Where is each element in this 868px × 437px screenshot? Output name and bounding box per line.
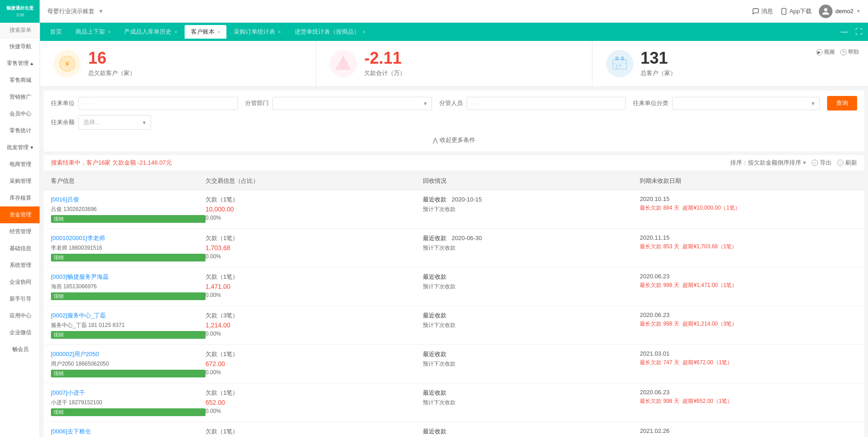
sidebar-item-retail-mall[interactable]: 零售商城 [0, 72, 40, 89]
topbar-title: 母婴行业演示账套 [47, 7, 95, 15]
debt-info-2: 欠款（1笔） 1,471.00 0.00% [206, 273, 423, 298]
sidebar-item-member[interactable]: 会员中心 [0, 105, 40, 122]
sidebar-item-retail-mgmt[interactable]: 零售管理 ▲ [0, 55, 40, 72]
sidebar-item-base-info[interactable]: 基础信息 [0, 240, 40, 257]
tab-product-history-close[interactable]: × [174, 29, 177, 35]
sidebar: 畅捷通好生意 示例 搜索菜单 快捷导航 零售管理 ▲ 零售商城 营销推广 [0, 0, 40, 437]
repay-date-1: 2020-06-30 [452, 235, 482, 241]
debt-amount-2[interactable]: 1,471.00 [206, 283, 423, 290]
due-info-3: 2020.06.23 最长欠款 998 天 超期¥1,214.00（3笔） [640, 311, 857, 328]
tab-customer-account-close[interactable]: × [217, 29, 220, 35]
debt-count-2: 欠款（1笔） [206, 273, 423, 281]
sidebar-item-search-menu[interactable]: 搜索菜单 [0, 23, 40, 38]
tab-purchase-order-label: 采购订单统计表 [234, 28, 275, 36]
tab-purchase-order-close[interactable]: × [278, 29, 281, 35]
filter-dept: 分管部门 ▾ [245, 97, 432, 110]
app-download-btn[interactable]: App下载 [780, 7, 812, 15]
message-btn[interactable]: 消息 [752, 7, 773, 15]
debt-icon-svg: ¥ [59, 55, 75, 72]
customer-name-2[interactable]: [0003]畅捷服务尹海蕊 [51, 273, 206, 281]
app-center-label: 应用中心 [4, 312, 37, 320]
amount-icon-svg [335, 55, 351, 72]
query-button[interactable]: 查询 [827, 96, 857, 111]
export-btn[interactable]: ○ 导出 [812, 159, 832, 167]
help-btn[interactable]: ? 帮助 [840, 48, 859, 56]
filter-area: 往来单位 ··· 分管部门 ▾ 分管人员 [44, 90, 864, 151]
overdue-amount-5[interactable]: 超期¥652.00（1笔） [682, 398, 733, 404]
col-debt-info: 欠交易信息（占比） [206, 177, 423, 185]
main-area: 母婴行业演示账套 ▼ 消息 App下载 [40, 0, 868, 437]
overdue-amount-2[interactable]: 超期¥1,471.00（1笔） [682, 282, 737, 288]
tabs-minimize-btn[interactable]: — [839, 26, 850, 38]
customer-name-5[interactable]: [0007]小迸干 [51, 389, 206, 397]
video-btn[interactable]: ▶ 视频 [816, 48, 835, 56]
customer-name-6[interactable]: [0006]去下粮仓 [51, 427, 206, 436]
collapse-btn[interactable]: ⋀ 收起更多条件 [51, 134, 857, 146]
sort-arrow[interactable]: ▾ [803, 159, 806, 166]
stats-row: ¥ 16 总欠款客户（家） [40, 41, 868, 87]
debt-amount-0[interactable]: 10,000.00 [206, 206, 423, 213]
dept-arrow: ▾ [424, 100, 427, 107]
tabs-maximize-btn[interactable]: ⛶ [853, 26, 864, 38]
sidebar-item-app-center[interactable]: 应用中心 [0, 307, 40, 324]
tab-incoming-stats-close[interactable]: × [362, 29, 365, 35]
tab-product-history[interactable]: 产成品入库单历史 × [118, 25, 183, 39]
tab-purchase-order[interactable]: 采购订单统计表 × [227, 25, 287, 39]
debt-info-6: 欠款（1笔） 455.90 0.00% [206, 427, 423, 437]
tab-home-label: 首页 [50, 28, 62, 36]
debt-amount-1[interactable]: 1,703.68 [206, 244, 423, 251]
overdue-amount-3[interactable]: 超期¥1,214.00（3笔） [682, 321, 737, 327]
sidebar-item-vip[interactable]: 畅会员 [0, 341, 40, 358]
category-select[interactable]: ▾ [672, 97, 820, 110]
page-content: ¥ 16 总欠款客户（家） [40, 41, 868, 437]
sidebar-item-inventory[interactable]: 库存核算 [0, 190, 40, 206]
refresh-btn[interactable]: ○ 刷新 [837, 159, 857, 167]
tab-product-shelf-close[interactable]: × [108, 29, 110, 35]
customer-name-0[interactable]: [0016]吕俊 [51, 196, 206, 204]
sidebar-item-new-guide[interactable]: 新手引导 [0, 291, 40, 307]
customer-name-3[interactable]: [0002]服务中心_丁磊 [51, 311, 206, 320]
stat-info-debt-customers: 16 总欠款客户（家） [88, 50, 302, 77]
sidebar-item-ops[interactable]: 经营管理 [0, 223, 40, 240]
user-menu[interactable]: demo2 ▼ [819, 5, 861, 18]
balance-select[interactable]: 选择... ▾ [78, 115, 151, 130]
tab-home[interactable]: 首页 [44, 25, 68, 39]
debt-amount-5[interactable]: 652.00 [206, 399, 423, 406]
tabs-bar: 首页 商品上下架 × 产成品入库单历史 × 客户账本 × 采购订单统计表 × 进… [40, 23, 868, 41]
sidebar-item-ecommerce[interactable]: 电商管理 [0, 156, 40, 173]
table-row: [0016]吕俊 吕俊 13026203696 现销 欠款（1笔） 10,000… [44, 190, 864, 229]
sidebar-item-quick-nav[interactable]: 快捷导航 [0, 38, 40, 55]
debt-amount-4[interactable]: 672.00 [206, 360, 423, 367]
debt-amount-label: 欠款合计（万） [364, 69, 578, 77]
topbar-dropdown-icon[interactable]: ▼ [98, 8, 104, 15]
sidebar-item-marketing[interactable]: 营销推广 [0, 89, 40, 105]
tab-customer-account[interactable]: 客户账本 × [185, 25, 226, 39]
overdue-amount-4[interactable]: 超期¥672.00（1笔） [682, 359, 733, 366]
customer-name-4[interactable]: [000002]用户2050 [51, 350, 206, 358]
svg-rect-8 [621, 57, 624, 60]
dept-select[interactable]: ▾ [272, 97, 432, 110]
repay-label-5: 最近收款 [423, 389, 640, 397]
person-input[interactable]: ··· [467, 97, 626, 110]
tab-product-shelf[interactable]: 商品上下架 × [69, 25, 117, 39]
sidebar-item-wechat[interactable]: 企业微信 [0, 324, 40, 341]
sidebar-item-sys-mgmt[interactable]: 系统管理 [0, 257, 40, 274]
tab-incoming-stats[interactable]: 进货单统计表（按商品） × [288, 25, 371, 39]
source-unit-input[interactable]: ··· [78, 97, 238, 110]
due-date-3: 2020.06.23 [640, 311, 857, 318]
svg-rect-10 [616, 65, 618, 67]
sidebar-item-batch-mgmt[interactable]: 批发管理 ▼ [0, 139, 40, 156]
customer-name-1[interactable]: [0001020001]李老师 [51, 234, 206, 242]
sidebar-item-enterprise[interactable]: 企业协同 [0, 274, 40, 291]
stat-icon-debt: ¥ [54, 50, 81, 77]
sidebar-item-retail-stats[interactable]: 零售统计 [0, 122, 40, 139]
overdue-amount-0[interactable]: 超期¥10,000.00（1笔） [682, 205, 740, 211]
ops-label: 经营管理 [4, 228, 37, 236]
table-row: [0006]去下粮仓 陈小帅 现销 欠款（1笔） 455.90 0.00% 最近… [44, 422, 864, 437]
sidebar-item-finance[interactable]: 资金管理 [0, 206, 40, 223]
avatar [819, 5, 833, 18]
debt-amount-3[interactable]: 1,214.00 [206, 321, 423, 329]
due-overdue-5: 最长欠款 998 天 超期¥652.00（1笔） [640, 397, 857, 405]
overdue-amount-1[interactable]: 超期¥1,703.68（1笔） [682, 243, 737, 250]
sidebar-item-purchase[interactable]: 采购管理 [0, 173, 40, 190]
